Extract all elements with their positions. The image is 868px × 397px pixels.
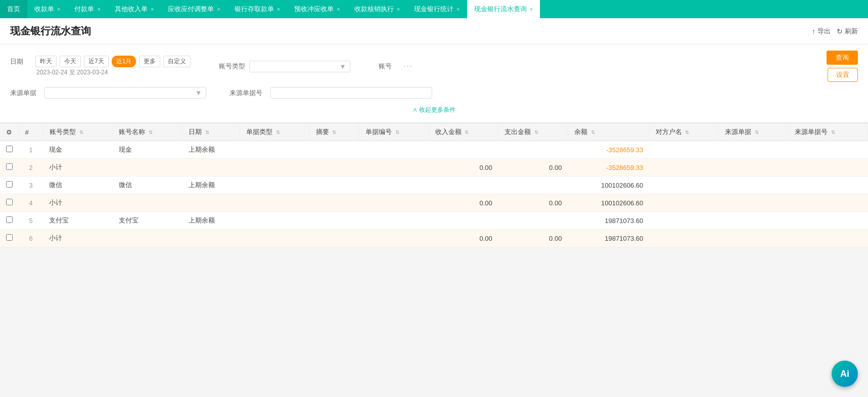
td-source-doc-no	[788, 230, 867, 247]
td-expense	[498, 141, 568, 159]
table-row[interactable]: 1 现金 现金 上期余额 -3528659.33	[0, 141, 868, 159]
date-label: 日期	[10, 57, 30, 66]
date-btn-today[interactable]: 今天	[60, 56, 81, 67]
td-summary	[309, 141, 359, 159]
td-expense	[498, 212, 568, 230]
td-income: 0.00	[429, 159, 498, 177]
th-balance[interactable]: 余额 ⇅	[568, 123, 649, 141]
export-button[interactable]: ↑ 导出	[812, 27, 831, 36]
close-icon[interactable]: ×	[217, 0, 220, 18]
nav-tab-other-income[interactable]: 其他收入单 ×	[108, 0, 161, 18]
nav-tab-advance-offset[interactable]: 预收冲应收单 ×	[287, 0, 347, 18]
th-account-type[interactable]: 账号类型 ⇅	[43, 123, 113, 141]
date-btn-1month[interactable]: 近1月	[112, 56, 136, 67]
close-icon[interactable]: ×	[456, 0, 460, 18]
td-doc-type	[240, 212, 310, 230]
row-checkbox[interactable]	[6, 234, 13, 241]
date-btn-custom[interactable]: 自定义	[163, 56, 191, 67]
td-account-name: 支付宝	[113, 212, 182, 230]
th-source-doc[interactable]: 来源单据 ⇅	[719, 123, 789, 141]
nav-tab-payments[interactable]: 付款单 ×	[67, 0, 107, 18]
th-doc-type[interactable]: 单据类型 ⇅	[240, 123, 310, 141]
nav-tab-bank-stats[interactable]: 现金银行统计 ×	[407, 0, 467, 18]
nav-tab-adjustment[interactable]: 应收应付调整单 ×	[161, 0, 227, 18]
refresh-icon: ↻	[837, 27, 843, 35]
source-doc-select[interactable]: ▼	[44, 87, 206, 99]
th-doc-no[interactable]: 单据编号 ⇅	[359, 123, 429, 141]
source-doc-no-input[interactable]	[270, 87, 432, 99]
table-header-row: ⚙ # 账号类型 ⇅ 账号名称 ⇅ 日期 ⇅ 单据类型 ⇅	[0, 123, 868, 141]
td-checkbox[interactable]	[0, 230, 19, 247]
source-doc-no-label: 来源单据号	[230, 89, 262, 98]
td-date	[182, 230, 240, 247]
td-counterparty	[649, 230, 719, 247]
td-source-doc-no	[788, 177, 867, 194]
td-checkbox[interactable]	[0, 194, 19, 212]
td-checkbox[interactable]	[0, 177, 19, 194]
account-more-icon[interactable]: ···	[403, 62, 413, 71]
setting-button[interactable]: 设置	[828, 68, 858, 82]
td-doc-no	[359, 141, 429, 159]
th-income[interactable]: 收入金额 ⇅	[429, 123, 498, 141]
th-settings[interactable]: ⚙	[0, 123, 19, 141]
row-checkbox[interactable]	[6, 146, 13, 152]
td-checkbox[interactable]	[0, 141, 19, 159]
date-btn-more[interactable]: 更多	[139, 56, 160, 67]
collapse-bar[interactable]: ∧ 收起更多条件	[10, 104, 858, 116]
date-btn-7days[interactable]: 近7天	[84, 56, 109, 67]
close-icon[interactable]: ×	[151, 0, 154, 18]
nav-tab-bank-deposit[interactable]: 银行存取款单 ×	[227, 0, 287, 18]
account-type-label: 账号类型	[219, 62, 245, 71]
td-income: 0.00	[429, 194, 498, 212]
filter-row-2: 来源单据 ▼ 来源单据号	[10, 87, 858, 99]
td-summary	[309, 212, 359, 230]
td-source-doc	[719, 177, 789, 194]
close-icon[interactable]: ×	[57, 0, 60, 18]
row-checkbox[interactable]	[6, 181, 13, 188]
th-expense[interactable]: 支出金额 ⇅	[498, 123, 568, 141]
nav-home[interactable]: 首页	[0, 0, 27, 18]
td-account-name	[113, 159, 182, 177]
th-date[interactable]: 日期 ⇅	[182, 123, 240, 141]
td-date	[182, 159, 240, 177]
td-row-num: 1	[19, 141, 43, 159]
sort-icon: ⇅	[534, 129, 538, 135]
td-checkbox[interactable]	[0, 159, 19, 177]
close-icon[interactable]: ×	[530, 0, 533, 18]
table-row[interactable]: 6 小计 0.00 0.00 19871073.60	[0, 230, 868, 247]
table-row[interactable]: 4 小计 0.00 0.00 100102606.60	[0, 194, 868, 212]
row-checkbox[interactable]	[6, 216, 13, 223]
row-checkbox[interactable]	[6, 199, 13, 205]
sort-icon: ⇅	[685, 129, 689, 135]
date-btn-yesterday[interactable]: 昨天	[35, 56, 57, 67]
table-row[interactable]: 3 微信 微信 上期余额 100102606.60	[0, 177, 868, 194]
sort-icon: ⇅	[755, 129, 759, 135]
query-button[interactable]: 查询	[827, 51, 858, 65]
table-body: 1 现金 现金 上期余额 -3528659.33 2 小计 0.00 0.00 …	[0, 141, 868, 247]
td-account-type: 支付宝	[43, 212, 113, 230]
td-balance: 100102606.60	[568, 194, 649, 212]
close-icon[interactable]: ×	[277, 0, 280, 18]
td-checkbox[interactable]	[0, 212, 19, 230]
th-source-doc-no[interactable]: 来源单据号 ⇅	[788, 123, 867, 141]
td-row-num: 2	[19, 159, 43, 177]
nav-tab-collection-exec[interactable]: 收款核销执行 ×	[347, 0, 407, 18]
row-checkbox[interactable]	[6, 163, 13, 170]
td-source-doc	[719, 230, 789, 247]
td-source-doc	[719, 212, 789, 230]
close-icon[interactable]: ×	[397, 0, 400, 18]
top-navigation: 首页 收款单 × 付款单 × 其他收入单 × 应收应付调整单 × 银行存取款单 …	[0, 0, 868, 18]
nav-tab-bank-flow[interactable]: 现金银行流水查询 ×	[467, 0, 540, 18]
refresh-button[interactable]: ↻ 刷新	[837, 27, 858, 36]
td-source-doc	[719, 159, 789, 177]
table-row[interactable]: 5 支付宝 支付宝 上期余额 19871073.60	[0, 212, 868, 230]
th-counterparty[interactable]: 对方户名 ⇅	[649, 123, 719, 141]
th-account-name[interactable]: 账号名称 ⇅	[113, 123, 182, 141]
close-icon[interactable]: ×	[97, 0, 100, 18]
close-icon[interactable]: ×	[337, 0, 340, 18]
sort-icon: ⇅	[831, 129, 835, 135]
th-summary[interactable]: 摘要 ⇅	[309, 123, 359, 141]
account-type-select[interactable]: ▼	[249, 61, 350, 72]
nav-tab-receipts[interactable]: 收款单 ×	[27, 0, 67, 18]
table-row[interactable]: 2 小计 0.00 0.00 -3528659.33	[0, 159, 868, 177]
